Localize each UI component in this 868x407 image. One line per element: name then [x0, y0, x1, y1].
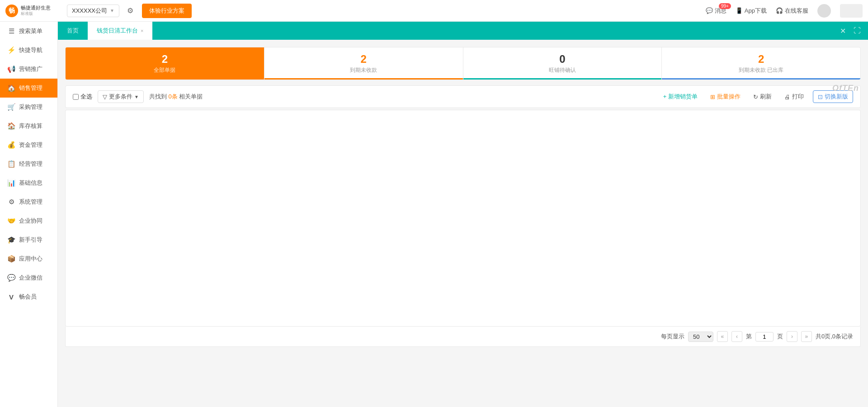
batch-ops-button[interactable]: ⊞ 批量操作 [707, 91, 744, 103]
table-area [65, 110, 861, 327]
summary-card-overdue-unpaid[interactable]: 2 到期未收款 [264, 47, 463, 80]
refresh-button[interactable]: ↻ 刷新 [750, 91, 775, 103]
card-shipped-number: 2 [671, 53, 851, 65]
sidebar-label-quick-nav: 快捷导航 [19, 46, 42, 54]
system-icon: ⚙ [7, 198, 15, 206]
online-service-button[interactable]: 🎧 在线客服 [776, 7, 808, 15]
print-label: 打印 [792, 93, 804, 101]
finance-icon: 💰 [7, 141, 15, 149]
settings-gear-icon[interactable]: ⚙ [123, 4, 137, 18]
sidebar-label-search: 搜索菜单 [19, 27, 42, 35]
guide-icon: 🎓 [7, 236, 15, 244]
sidebar-item-member[interactable]: V 畅会员 [0, 287, 57, 306]
enterprise-wx-icon: 💬 [7, 274, 15, 282]
user-name-area[interactable] [840, 4, 863, 18]
operations-icon: 📋 [7, 160, 15, 168]
sidebar-item-search-menu[interactable]: ☰ 搜索菜单 [0, 22, 57, 41]
last-page-button[interactable]: » [801, 331, 812, 342]
print-button[interactable]: 🖨 打印 [781, 91, 807, 103]
tab-active[interactable]: 钱货日清工作台 × [88, 22, 152, 40]
summary-card-wangpu[interactable]: 0 旺铺待确认 [463, 47, 662, 80]
sidebar-item-inventory[interactable]: 🏠 库存核算 [0, 117, 57, 136]
company-selector[interactable]: XXXXXX公司 ▼ [67, 5, 119, 17]
headset-icon: 🎧 [776, 7, 783, 14]
marketing-icon: 📢 [7, 65, 15, 73]
summary-card-all[interactable]: 2 全部单据 [66, 47, 264, 80]
refresh-label: 刷新 [760, 93, 772, 101]
switch-new-version-button[interactable]: ⊡ 切换新版 [813, 90, 853, 103]
filter-icon: ▽ [103, 94, 107, 100]
summary-card-overdue-shipped[interactable]: 2 到期未收款 已出库 [662, 47, 860, 80]
toolbar-left: 全选 ▽ 更多条件 ▼ 共找到 0条 相关单据 [73, 90, 654, 103]
sidebar-item-enterprise-wx[interactable]: 💬 企业微信 [0, 268, 57, 287]
sidebar-label-basic-info: 基础信息 [19, 179, 42, 187]
sidebar-item-finance[interactable]: 💰 资金管理 [0, 136, 57, 154]
sidebar-label-enterprise-wx: 企业微信 [19, 274, 42, 282]
page-suffix: 页 [777, 332, 783, 341]
sidebar-item-sales[interactable]: 🏠 销售管理 [0, 79, 57, 98]
chevron-down-icon: ▼ [110, 8, 114, 13]
switch-icon: ⊡ [818, 94, 823, 100]
card-overdue-number: 2 [274, 53, 454, 65]
sidebar-item-marketing[interactable]: 📢 营销推广 [0, 60, 57, 79]
sidebar-item-purchase[interactable]: 🛒 采购管理 [0, 98, 57, 117]
add-sales-order-button[interactable]: + 新增销货单 [660, 91, 701, 103]
sidebar-item-app-center[interactable]: 📦 应用中心 [0, 249, 57, 268]
select-all-input[interactable] [73, 94, 79, 100]
sidebar-label-app-center: 应用中心 [19, 255, 42, 263]
sidebar-label-system: 系统管理 [19, 198, 42, 206]
logo-name: 畅捷通好生意 [21, 5, 51, 11]
per-page-label: 每页显示 [661, 332, 684, 341]
chevron-down-filter-icon: ▼ [134, 94, 139, 99]
sidebar-label-operations: 经营管理 [19, 160, 42, 168]
sidebar-label-marketing: 营销推广 [19, 65, 42, 73]
found-text: 共找到 0条 相关单据 [149, 93, 203, 101]
first-page-button[interactable]: « [717, 331, 728, 342]
tab-home[interactable]: 首页 [58, 22, 88, 40]
sidebar-label-member: 畅会员 [19, 293, 37, 301]
avatar[interactable] [817, 4, 831, 18]
prev-page-button[interactable]: ‹ [731, 331, 742, 342]
select-all-checkbox[interactable]: 全选 [73, 93, 92, 101]
select-all-label: 全选 [80, 93, 92, 101]
header-right: 💬 消息 99+ 📱 App下载 🎧 在线客服 [706, 4, 863, 18]
sidebar-item-basic-info[interactable]: 📊 基础信息 [0, 173, 57, 192]
next-page-button[interactable]: › [787, 331, 797, 342]
logo-tag: 标准版 [21, 11, 51, 17]
tab-close-button[interactable]: ✕ [837, 25, 848, 36]
sidebar-item-operations[interactable]: 📋 经营管理 [0, 154, 57, 173]
more-filters-label: 更多条件 [109, 93, 132, 101]
page-number-input[interactable] [755, 332, 774, 342]
card-wangpu-indicator [463, 78, 662, 80]
summary-cards: 2 全部单据 2 到期未收款 0 旺铺待确认 2 到期未收款 已出库 [65, 47, 861, 80]
message-button[interactable]: 💬 消息 99+ [706, 7, 726, 15]
content-area: 2 全部单据 2 到期未收款 0 旺铺待确认 2 到期未收款 已出库 [58, 40, 868, 407]
experience-button[interactable]: 体验行业方案 [142, 4, 192, 18]
sidebar-label-sales: 销售管理 [19, 84, 42, 92]
sidebar-item-enterprise[interactable]: 🤝 企业协同 [0, 211, 57, 230]
sidebar-item-system[interactable]: ⚙ 系统管理 [0, 192, 57, 211]
card-wangpu-label: 旺铺待确认 [472, 66, 653, 74]
search-menu-icon: ☰ [7, 27, 15, 35]
app-center-icon: 📦 [7, 255, 15, 263]
basic-info-icon: 📊 [7, 179, 15, 187]
print-icon: 🖨 [784, 94, 790, 100]
app-download-button[interactable]: 📱 App下载 [736, 7, 767, 15]
pagination-bar: 每页显示 50 100 200 « ‹ 第 页 › » 共0页,0条记录 [65, 327, 861, 347]
batch-ops-icon: ⊞ [710, 94, 715, 100]
per-page-select[interactable]: 50 100 200 [688, 332, 713, 342]
logo-text-area: 畅捷通好生意 标准版 [21, 5, 51, 17]
tab-close-icon[interactable]: × [141, 28, 143, 33]
sidebar-item-guide[interactable]: 🎓 新手引导 [0, 230, 57, 249]
found-count: 0条 [169, 93, 178, 100]
tab-expand-button[interactable]: ⛶ [852, 25, 863, 36]
sidebar-item-quick-nav[interactable]: ⚡ 快捷导航 [0, 41, 57, 60]
page-prefix: 第 [746, 332, 752, 341]
switch-label: 切换新版 [825, 93, 848, 101]
logo-icon: 畅 [5, 5, 18, 17]
quick-nav-icon: ⚡ [7, 46, 15, 54]
toolbar-right: + 新增销货单 ⊞ 批量操作 ↻ 刷新 🖨 打印 ⊡ 切换新版 [660, 90, 853, 103]
logo-area: 畅 畅捷通好生意 标准版 [5, 5, 63, 17]
card-wangpu-number: 0 [472, 53, 653, 65]
more-filters-button[interactable]: ▽ 更多条件 ▼ [98, 90, 144, 103]
